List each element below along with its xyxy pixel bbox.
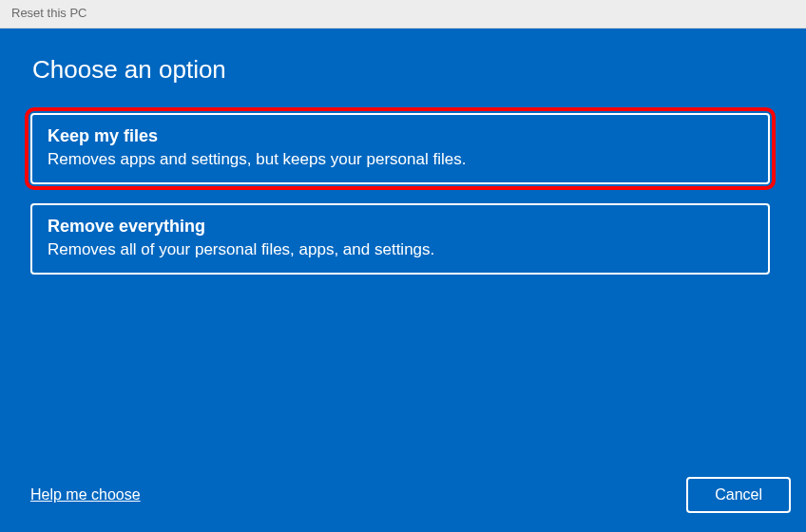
window-titlebar: Reset this PC [0,0,806,28]
option-remove-everything[interactable]: Remove everything Removes all of your pe… [30,203,770,275]
option-title: Keep my files [48,126,753,146]
option-keep-my-files[interactable]: Keep my files Removes apps and settings,… [30,113,770,184]
footer: Help me choose Cancel [30,477,791,513]
option-title: Remove everything [48,217,753,237]
window-title: Reset this PC [11,6,86,20]
page-title: Choose an option [32,55,776,85]
help-me-choose-link[interactable]: Help me choose [30,486,141,504]
options-list: Keep my files Removes apps and settings,… [30,113,776,275]
cancel-button[interactable]: Cancel [686,477,791,513]
option-description: Removes apps and settings, but keeps you… [48,150,753,169]
option-description: Removes all of your personal files, apps… [48,240,753,259]
main-panel: Choose an option Keep my files Removes a… [0,28,806,532]
